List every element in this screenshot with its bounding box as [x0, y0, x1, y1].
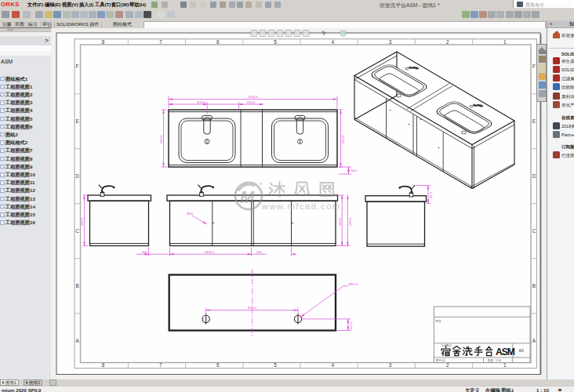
svg-text:A: A	[532, 338, 536, 343]
svg-text:D: D	[532, 173, 536, 179]
svg-text:F: F	[532, 64, 536, 69]
svg-text:+: +	[259, 180, 263, 188]
svg-text:重量：1:10: 重量：1:10	[488, 358, 501, 362]
svg-text:2: 2	[446, 39, 449, 45]
svg-text:7: 7	[159, 39, 162, 45]
svg-text:F: F	[76, 64, 79, 69]
svg-text:200: 200	[256, 250, 263, 254]
svg-text:4: 4	[331, 362, 334, 368]
svg-text:430.0: 430.0	[80, 217, 84, 226]
svg-text:100.0: 100.0	[349, 321, 353, 330]
svg-text:Ø55.0: Ø55.0	[349, 282, 358, 286]
svg-text:M: M	[240, 187, 255, 207]
svg-text:200: 200	[141, 250, 147, 254]
svg-text:800.0: 800.0	[248, 306, 256, 310]
svg-text:5: 5	[274, 39, 277, 45]
svg-text:410.0: 410.0	[348, 217, 352, 226]
svg-text:B: B	[532, 283, 536, 289]
svg-text:1450.0: 1450.0	[204, 250, 215, 254]
svg-text:450.0: 450.0	[341, 135, 345, 143]
svg-text:430.0: 430.0	[159, 135, 163, 143]
svg-text:E: E	[532, 118, 536, 124]
svg-text:A3: A3	[518, 348, 523, 353]
svg-text:200.0: 200.0	[247, 100, 256, 104]
svg-text:1: 1	[503, 39, 507, 45]
svg-text:附注: 附注	[436, 319, 442, 323]
svg-text:C: C	[532, 228, 536, 234]
svg-text:B: B	[75, 283, 78, 289]
svg-text:2: 2	[446, 362, 449, 368]
svg-text:40.5: 40.5	[429, 191, 433, 198]
svg-text:5: 5	[274, 362, 277, 368]
svg-text:E: E	[75, 118, 79, 124]
svg-text:1554.0: 1554.0	[248, 95, 259, 99]
svg-text:7: 7	[159, 362, 162, 368]
svg-text:C: C	[75, 228, 79, 234]
svg-text:4: 4	[331, 39, 334, 45]
svg-text:6: 6	[216, 39, 220, 45]
svg-text:8: 8	[102, 362, 105, 368]
svg-text:工程图名: 工程图名	[441, 344, 452, 347]
svg-text:6: 6	[216, 362, 220, 368]
svg-text:www.mfcad.com: www.mfcad.com	[261, 201, 340, 211]
svg-text:400.0: 400.0	[338, 217, 342, 226]
svg-text:ASM: ASM	[496, 347, 515, 358]
svg-text:图号-01: 图号-01	[436, 359, 445, 362]
svg-text:400.0: 400.0	[197, 100, 205, 104]
svg-text:1: 1	[503, 362, 507, 368]
svg-text:D: D	[75, 173, 79, 179]
svg-text:3: 3	[389, 39, 392, 45]
svg-text:Ø50: Ø50	[187, 212, 194, 216]
svg-text:A: A	[75, 338, 79, 343]
svg-text:3: 3	[389, 362, 392, 368]
svg-text:50.0: 50.0	[351, 169, 358, 172]
svg-text:8: 8	[102, 39, 105, 45]
